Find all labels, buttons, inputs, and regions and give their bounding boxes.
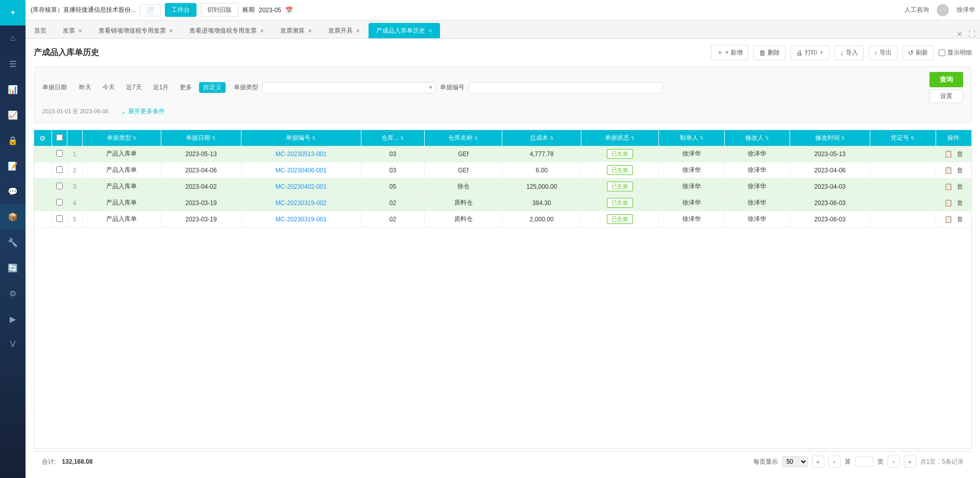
tab-input-vat[interactable]: 查看进项增值税专用发票 ✕: [182, 23, 272, 38]
shortcut-yesterday[interactable]: 昨天: [75, 82, 95, 93]
page-input[interactable]: 1: [855, 457, 873, 467]
support-btn[interactable]: 人工咨询: [904, 6, 929, 14]
view-icon[interactable]: 📋: [944, 183, 952, 190]
new-btn[interactable]: ＋ + 新增: [711, 45, 748, 60]
td-checkbox[interactable]: [52, 211, 67, 228]
refresh-btn[interactable]: ↺ 刷新: [902, 45, 934, 60]
tab-sales-vat[interactable]: 查看销项增值税专用发票 ✕: [91, 23, 181, 38]
tab-close-input-vat[interactable]: ✕: [260, 28, 264, 34]
first-page-btn[interactable]: «: [812, 456, 824, 468]
trash-icon[interactable]: 🗑: [957, 166, 963, 174]
td-number[interactable]: MC-20230402-001: [241, 179, 361, 195]
trash-icon[interactable]: 🗑: [957, 183, 963, 190]
delete-btn[interactable]: 🗑 删除: [753, 45, 786, 60]
row-checkbox[interactable]: [56, 199, 63, 206]
print-dropdown-icon[interactable]: ▼: [819, 50, 824, 55]
sidebar-item-chart[interactable]: 📊: [0, 77, 26, 102]
row-checkbox[interactable]: [56, 150, 63, 157]
select-all-checkbox[interactable]: [56, 134, 63, 141]
number-link[interactable]: MC-20230402-001: [276, 183, 327, 190]
th-type[interactable]: 单据类型⇅: [82, 130, 161, 146]
sidebar-item-sync[interactable]: 🔄: [0, 255, 26, 281]
tab-home[interactable]: 首页: [27, 23, 54, 38]
number-link[interactable]: MC-20230319-001: [276, 216, 327, 223]
th-voucher[interactable]: 凭证号⇅: [870, 130, 936, 146]
shortcut-more[interactable]: 更多: [176, 82, 196, 93]
th-date[interactable]: 单据日期⇅: [161, 130, 241, 146]
calendar-icon[interactable]: 📅: [285, 7, 293, 14]
th-status[interactable]: 单据状态⇅: [581, 130, 658, 146]
row-checkbox[interactable]: [56, 215, 63, 222]
sidebar-item-notes[interactable]: 📝: [0, 153, 26, 179]
tab-close-open-invoice[interactable]: ✕: [356, 28, 360, 34]
tab-close-calc[interactable]: ✕: [308, 28, 312, 34]
number-link[interactable]: MC-20230319-002: [276, 199, 327, 207]
sidebar-item-inventory[interactable]: 📦: [0, 204, 26, 230]
prev-page-btn[interactable]: ‹: [828, 456, 841, 468]
td-number[interactable]: MC-20230406-001: [241, 162, 361, 179]
type-select[interactable]: 产品入库单: [262, 82, 436, 93]
row-checkbox[interactable]: [56, 166, 63, 173]
td-checkbox[interactable]: [52, 195, 67, 211]
shortcut-custom[interactable]: 自定义: [199, 82, 226, 93]
next-page-btn[interactable]: ›: [888, 456, 900, 468]
doc-btn[interactable]: 📄: [140, 4, 161, 16]
sidebar-item-home[interactable]: ⌂: [0, 26, 26, 51]
shortcut-7days[interactable]: 近7天: [122, 82, 146, 93]
th-warehouse-name[interactable]: 仓库名称⇅: [425, 130, 502, 146]
switch-btn[interactable]: 切到旧版: [201, 3, 238, 17]
sidebar-item-messages[interactable]: 💬: [0, 179, 26, 204]
show-detail-input[interactable]: [939, 49, 945, 56]
shortcut-1month[interactable]: 近1月: [149, 82, 173, 93]
tab-invoice[interactable]: 发票 ✕: [55, 23, 90, 38]
th-settings[interactable]: ⚙: [34, 130, 52, 146]
workbench-btn[interactable]: 工作台: [165, 3, 197, 17]
row-checkbox[interactable]: [56, 183, 63, 189]
show-detail-checkbox[interactable]: 显示明细: [939, 48, 972, 57]
print-btn[interactable]: 🖨 打印 ▼: [791, 45, 829, 60]
expand-more-btn[interactable]: ⌄ 展开更多条件: [117, 105, 169, 118]
td-number[interactable]: MC-20230513-001: [241, 146, 361, 162]
td-number[interactable]: MC-20230319-001: [241, 211, 361, 228]
query-btn[interactable]: 查询: [929, 72, 963, 87]
export-btn[interactable]: ↑ 导出: [869, 45, 898, 60]
td-checkbox[interactable]: [52, 146, 67, 162]
tab-open-invoice[interactable]: 发票开具 ✕: [321, 23, 368, 38]
number-link[interactable]: MC-20230513-001: [276, 150, 327, 158]
sidebar-item-tools[interactable]: 🔧: [0, 230, 26, 255]
view-icon[interactable]: 📋: [944, 166, 952, 174]
sidebar-item-menu[interactable]: ☰: [0, 51, 26, 77]
sidebar-item-report[interactable]: 📈: [0, 102, 26, 128]
tab-close-product-history[interactable]: ✕: [428, 28, 432, 34]
td-checkbox[interactable]: [52, 162, 67, 179]
sidebar-item-security[interactable]: 🔒: [0, 128, 26, 153]
th-modify-time[interactable]: 修改时间⇅: [790, 130, 870, 146]
set-btn[interactable]: 设置: [929, 89, 963, 103]
th-creator[interactable]: 制单人⇅: [659, 130, 724, 146]
view-icon[interactable]: 📋: [944, 199, 952, 207]
td-checkbox[interactable]: [52, 179, 67, 195]
number-filter-input[interactable]: [469, 82, 663, 93]
tab-close-invoice[interactable]: ✕: [78, 28, 82, 34]
th-number[interactable]: 单据编号⇅: [241, 130, 361, 146]
minimize-btn[interactable]: ✕: [955, 30, 964, 38]
number-link[interactable]: MC-20230406-001: [276, 167, 327, 174]
sidebar-item-play[interactable]: ▶: [0, 306, 26, 332]
view-icon[interactable]: 📋: [944, 150, 952, 158]
trash-icon[interactable]: 🗑: [957, 215, 963, 223]
td-number[interactable]: MC-20230319-002: [241, 195, 361, 211]
shortcut-today[interactable]: 今天: [99, 82, 119, 93]
th-modifier[interactable]: 修改人⇅: [724, 130, 790, 146]
view-icon[interactable]: 📋: [944, 215, 952, 223]
per-page-select[interactable]: 50 100 200: [782, 456, 808, 467]
th-checkbox[interactable]: [52, 130, 67, 146]
th-warehouse-code[interactable]: 仓库...⇅: [361, 130, 424, 146]
tab-close-sales-vat[interactable]: ✕: [169, 28, 173, 34]
last-page-btn[interactable]: »: [904, 456, 916, 468]
tab-calc[interactable]: 发票测算 ✕: [273, 23, 320, 38]
maximize-btn[interactable]: ⛶: [968, 30, 976, 38]
import-btn[interactable]: ↓ 导入: [835, 45, 864, 60]
sidebar-item-settings[interactable]: ⚙: [0, 281, 26, 306]
sidebar-item-v[interactable]: V: [0, 332, 26, 357]
tab-product-history[interactable]: 产成品入库单历史 ✕: [369, 23, 440, 38]
